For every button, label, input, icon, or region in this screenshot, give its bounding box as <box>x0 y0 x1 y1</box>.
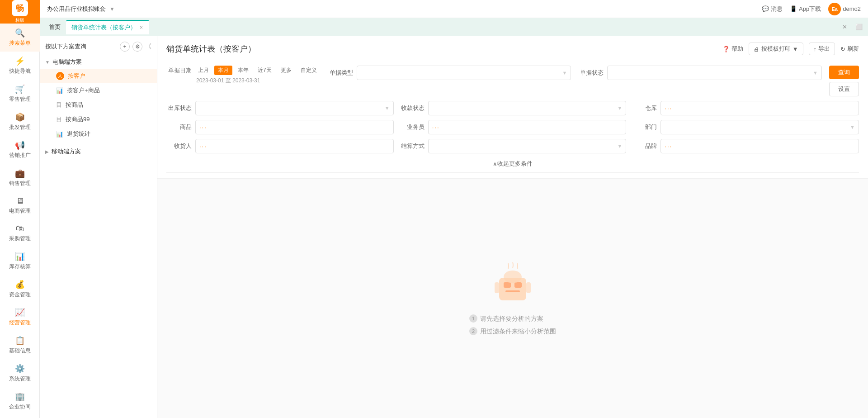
settings-scheme-btn[interactable]: ⚙ <box>132 42 142 52</box>
settlement-select[interactable]: ▼ <box>428 139 627 153</box>
hint-num-2: 2 <box>469 327 477 335</box>
tree-group-mobile-header[interactable]: ▶ 移动端方案 <box>40 145 157 158</box>
receipt-status-select[interactable]: ▼ <box>428 101 627 115</box>
purchase-icon: 🛍 <box>16 224 24 233</box>
print-label: 按模板打印 <box>761 45 791 53</box>
empty-illustration <box>486 260 540 305</box>
tree-item-by-customer[interactable]: 人 按客户 <box>40 69 157 83</box>
custom-date-btn[interactable]: 自定义 <box>297 66 321 75</box>
tree-item-by-product[interactable]: 目 按商品 <box>40 98 157 112</box>
system-icon: ⚙️ <box>15 364 25 374</box>
left-panel: 按以下方案查询 + ⚙ 《 ▼ 电脑端方案 人 按客户 📊 <box>40 36 157 418</box>
logo-text: 畅 <box>16 3 24 14</box>
department-select[interactable]: ▼ <box>660 120 859 134</box>
sidebar-item-enterprise[interactable]: 🏢 企业协同 <box>0 387 40 415</box>
warehouse-select[interactable]: ··· <box>660 101 859 115</box>
svg-rect-3 <box>505 290 520 292</box>
sidebar-item-retail[interactable]: 🛒 零售管理 <box>0 80 40 108</box>
collapse-up-icon: ∧ <box>493 161 497 167</box>
tab-close-btn[interactable]: × <box>139 24 144 31</box>
sidebar-item-label: 资金管理 <box>9 291 31 299</box>
help-btn[interactable]: ❓ 帮助 <box>722 45 743 53</box>
more-date-btn[interactable]: 更多 <box>277 66 295 75</box>
settings-button[interactable]: 设置 <box>829 82 859 96</box>
sidebar-item-wholesale[interactable]: 📦 批发管理 <box>0 108 40 136</box>
sidebar-item-sales[interactable]: 💼 销售管理 <box>0 164 40 192</box>
table2-icon: 目 <box>56 115 62 124</box>
doc-type-arrow-icon: ▼ <box>562 70 567 76</box>
sidebar-item-label: 快捷导航 <box>9 67 31 75</box>
warehouse-dots: ··· <box>665 105 672 112</box>
page-header: 销货单统计表（按客户） ❓ 帮助 🖨 按模板打印 ▼ ↑ 导出 <box>157 36 868 60</box>
tree-item-return-stats[interactable]: 📊 退货统计 <box>40 127 157 141</box>
sidebar-item-label: 经营管理 <box>9 319 31 327</box>
sidebar: 畅 标版 🔍 搜索菜单 ⚡ 快捷导航 🛒 零售管理 📦 批发管理 📢 营销推广 … <box>0 0 40 418</box>
sidebar-item-inventory[interactable]: 📊 库存核算 <box>0 247 40 275</box>
this-year-btn[interactable]: 本年 <box>234 66 252 75</box>
export-icon: ↑ <box>814 46 817 52</box>
doc-type-select[interactable]: ▼ <box>357 66 571 80</box>
sidebar-item-search-menu[interactable]: 🔍 搜索菜单 <box>0 24 40 52</box>
hint-item-2: 2 用过滤条件来缩小分析范围 <box>469 325 556 337</box>
tree-group-desktop-header[interactable]: ▼ 电脑端方案 <box>40 55 157 69</box>
hint-item-1: 1 请先选择要分析的方案 <box>469 312 556 325</box>
product-select[interactable]: ··· <box>195 120 394 134</box>
restore-window-btn[interactable]: ⬜ <box>854 22 864 33</box>
salesperson-select[interactable]: ··· <box>428 120 627 134</box>
sidebar-item-label: 电商管理 <box>9 207 31 215</box>
refresh-btn[interactable]: ↻ 刷新 <box>840 45 859 53</box>
close-window-btn[interactable]: ✕ <box>839 22 850 33</box>
sidebar-item-finance[interactable]: 💰 资金管理 <box>0 275 40 303</box>
collapse-more-btn[interactable]: ∧ 收起更多条件 <box>166 157 859 173</box>
finance-icon: 💰 <box>15 280 25 290</box>
out-status-select[interactable]: ▼ <box>195 101 394 115</box>
brand-label: 品牌 <box>632 142 657 150</box>
product-dots: ··· <box>199 124 207 131</box>
sidebar-item-purchase[interactable]: 🛍 采购管理 <box>0 219 40 247</box>
recipient-select[interactable]: ··· <box>195 139 394 153</box>
query-button[interactable]: 查询 <box>829 66 859 79</box>
logo-subtext: 标版 <box>15 17 24 24</box>
sidebar-item-system[interactable]: ⚙️ 系统管理 <box>0 359 40 387</box>
brand-select[interactable]: ··· <box>660 139 859 153</box>
sidebar-item-label: 销售管理 <box>9 180 31 187</box>
last-month-btn[interactable]: 上月 <box>194 66 212 75</box>
app-download-btn[interactable]: 📱 App下载 <box>790 5 821 13</box>
tree-toggle-mobile-icon: ▶ <box>45 149 49 154</box>
add-scheme-btn[interactable]: + <box>120 42 130 52</box>
message-label: 消息 <box>771 5 783 13</box>
help-label: 帮助 <box>731 45 743 53</box>
logo-icon: 畅 <box>12 0 28 16</box>
sidebar-item-label: 采购管理 <box>9 235 31 242</box>
quick-nav-icon: ⚡ <box>15 56 25 66</box>
sidebar-item-label: 库存核算 <box>9 263 31 271</box>
tab-home[interactable]: 首页 <box>43 20 66 34</box>
print-btn[interactable]: 🖨 按模板打印 ▼ <box>749 43 803 55</box>
collapse-panel-btn[interactable]: 《 <box>145 43 151 51</box>
avatar: Ea <box>828 3 841 15</box>
top-header: 办公用品行业模拟账套 ▼ 💬 消息 📱 App下载 Ea demo2 <box>40 0 868 18</box>
sidebar-item-marketing[interactable]: 📢 营销推广 <box>0 136 40 164</box>
message-btn[interactable]: 💬 消息 <box>762 5 783 13</box>
sidebar-item-quick-nav[interactable]: ⚡ 快捷导航 <box>0 52 40 80</box>
tab-sales-report[interactable]: 销货单统计表（按客户） × <box>66 20 149 34</box>
title-dropdown[interactable]: ▼ <box>109 6 115 12</box>
tree-item-by-product-99[interactable]: 目 按商品99 <box>40 112 157 127</box>
empty-hints: 1 请先选择要分析的方案 2 用过滤条件来缩小分析范围 <box>469 312 556 337</box>
receipt-status-label: 收款状态 <box>399 104 425 112</box>
last-7-btn[interactable]: 近7天 <box>254 66 275 75</box>
empty-state: 1 请先选择要分析的方案 2 用过滤条件来缩小分析范围 <box>157 179 868 418</box>
export-btn[interactable]: ↑ 导出 <box>809 43 835 55</box>
sidebar-item-label: 零售管理 <box>9 95 31 103</box>
sidebar-item-ecommerce[interactable]: 🖥 电商管理 <box>0 192 40 219</box>
tree-group-label: 电脑端方案 <box>52 58 82 66</box>
this-month-btn[interactable]: 本月 <box>214 66 232 75</box>
sidebar-item-label: 搜索菜单 <box>9 39 31 47</box>
tree-item-by-customer-product[interactable]: 📊 按客户+商品 <box>40 83 157 98</box>
sidebar-item-operations[interactable]: 📈 经营管理 <box>0 303 40 331</box>
user-profile-btn[interactable]: Ea demo2 <box>828 3 861 15</box>
sidebar-item-new-user[interactable]: 🌟 新手引导 <box>0 415 40 418</box>
doc-status-select[interactable]: ▼ <box>607 66 822 80</box>
tab-sales-report-label: 销货单统计表（按客户） <box>71 24 136 32</box>
sidebar-item-basic-info[interactable]: 📋 基础信息 <box>0 331 40 359</box>
